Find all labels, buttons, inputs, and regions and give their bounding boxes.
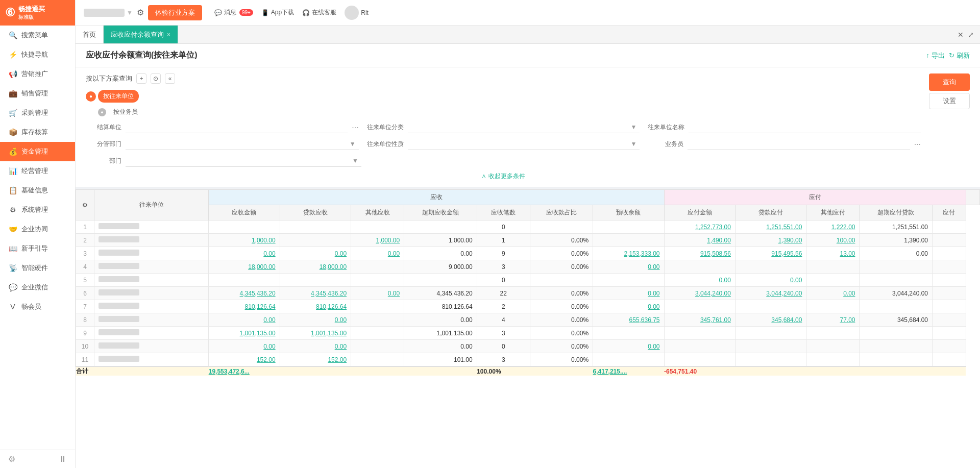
dept2-select[interactable]: ▼ [126,155,361,167]
cell-link[interactable]: 0.00 [335,343,347,350]
header-settings-icon[interactable]: ⚙ [137,8,144,17]
cell-link[interactable]: 0.00 [843,290,855,297]
close-window-btn[interactable]: ✕ [958,31,964,39]
user-avatar[interactable]: Rit [345,6,369,20]
cell-link[interactable]: 4,345,436.20 [240,290,276,297]
sidebar-item-6[interactable]: 💰资金管理 [0,142,75,161]
cell-link[interactable]: 1,000.00 [376,237,400,244]
cell-link[interactable]: 0.00 [335,250,347,257]
sidebar-item-14[interactable]: V畅会员 [0,297,75,316]
cell-link[interactable]: 655,636.75 [629,316,659,324]
row-ap-last [933,234,966,247]
app-download-btn[interactable]: 📱 App下载 [261,8,294,17]
cell-link[interactable]: 0.00 [335,316,347,324]
dept-select[interactable]: ▼ [126,138,359,150]
cell-link[interactable]: 915,495.56 [771,250,802,257]
cell-link[interactable]: 3,044,240.00 [695,290,731,297]
cell-link[interactable]: 13.00 [840,250,855,257]
row-ap-overdue: 1,390.00 [860,234,933,247]
sidebar-item-8[interactable]: 📋基础信息 [0,181,75,200]
category-select[interactable]: ▼ [408,121,640,133]
cell-link[interactable]: 0.00 [648,290,659,297]
cell-link[interactable]: 1,490.00 [707,237,731,244]
sidebar-item-9[interactable]: ⚙系统管理 [0,200,75,219]
collapse-bar[interactable]: ∧ 收起更多条件 [86,172,921,181]
row-ar-overdue: 810,126.64 [404,300,477,313]
cell-link[interactable]: 0.00 [263,316,275,324]
row-ar-other [351,260,404,274]
jiesuan-input[interactable] [126,121,348,133]
option-by-salesperson[interactable]: 按业务员 [108,106,143,118]
sidebar-item-4[interactable]: 🛒采购管理 [0,103,75,122]
tab-ar-query[interactable]: 应收应付余额查询 × [104,26,178,43]
cell-link[interactable]: 18,000.00 [320,263,347,270]
sidebar-item-0[interactable]: 🔍搜索菜单 [0,26,75,45]
expand-window-btn[interactable]: ⤢ [968,31,974,39]
row-ar-advance [593,327,664,340]
sidebar-icon-14: V [8,303,17,311]
cell-link[interactable]: 810,126.64 [245,303,276,310]
footer-ar-amount[interactable]: 19,553,472,6... [209,366,280,376]
sidebar-item-1[interactable]: ⚡快捷导航 [0,45,75,64]
cell-link[interactable]: 77.00 [840,316,855,324]
cell-link[interactable]: 1,222.00 [831,224,855,231]
nature-select[interactable]: ▼ [408,138,640,150]
partner-name-input[interactable] [689,121,921,133]
cell-link[interactable]: 4,345,436.20 [311,290,347,297]
cell-link[interactable]: 0.00 [648,303,659,310]
collapse-icon[interactable]: ⏸ [59,455,67,464]
cell-link[interactable]: 0.00 [388,250,400,257]
message-btn[interactable]: 💬 消息 99+ [214,8,253,17]
sidebar-item-13[interactable]: 💬企业微信 [0,278,75,297]
tab-home[interactable]: 首页 [76,26,104,43]
sidebar-item-12[interactable]: 📡智能硬件 [0,258,75,278]
cell-link[interactable]: 18,000.00 [248,263,275,270]
cell-link[interactable]: 810,126.64 [316,303,347,310]
cell-link[interactable]: 0.00 [263,343,275,350]
sidebar-item-7[interactable]: 📊经营管理 [0,161,75,181]
cell-link[interactable]: 1,001,135.00 [240,330,276,337]
cell-link[interactable]: 0.00 [263,250,275,257]
sidebar-item-3[interactable]: 💼销售管理 [0,84,75,103]
edit-scheme-btn[interactable]: ⊙ [151,73,161,84]
prev-scheme-btn[interactable]: « [165,73,175,84]
sidebar-item-2[interactable]: 📢营销推广 [0,64,75,84]
add-scheme-btn[interactable]: + [136,73,146,84]
cell-link[interactable]: 1,390.00 [778,237,802,244]
cell-link[interactable]: 345,684.00 [771,316,802,324]
online-service-btn[interactable]: 🎧 在线客服 [302,8,336,17]
sidebar-item-11[interactable]: 📖新手引导 [0,239,75,258]
sidebar-item-5[interactable]: 📦库存核算 [0,122,75,142]
option-by-partner[interactable]: 按往来单位 [98,90,139,103]
cell-link[interactable]: 0.00 [719,277,731,284]
export-btn[interactable]: ↑ 导出 [926,51,945,60]
salesperson-dots[interactable]: ··· [914,140,921,149]
cell-link[interactable]: 2,153,333.00 [624,250,659,257]
industry-btn[interactable]: 体验行业方案 [148,5,202,20]
tab-close-icon[interactable]: × [167,31,170,38]
sidebar-icon-1: ⚡ [8,51,17,59]
sidebar-item-10[interactable]: 🤝企业协同 [0,219,75,239]
cell-link[interactable]: 915,508.56 [700,250,731,257]
query-btn[interactable]: 查询 [929,73,970,91]
cell-link[interactable]: 0.00 [388,290,400,297]
cell-link[interactable]: 1,001,135.00 [311,330,347,337]
cell-link[interactable]: 152.00 [257,356,276,363]
cell-link[interactable]: 152.00 [328,356,347,363]
refresh-btn[interactable]: ↻ 刷新 [949,51,970,60]
settings-bottom-icon[interactable]: ⚙ [8,454,15,464]
table-group-header: ⚙ 往来单位 应收 应付 [76,190,980,205]
set-btn[interactable]: 设置 [929,93,970,109]
jiesuan-dots[interactable]: ··· [352,123,358,132]
salesperson-input[interactable] [688,138,910,150]
cell-link[interactable]: 0.00 [648,343,659,350]
cell-link[interactable]: 345,761.00 [700,316,731,324]
footer-ar-advance[interactable]: 6,417,215.... [593,366,664,376]
cell-link[interactable]: 1,252,773.00 [695,224,731,231]
cell-link[interactable]: 3,044,240.00 [766,290,802,297]
cell-link[interactable]: 0.00 [648,263,659,270]
cell-link[interactable]: 0.00 [790,277,802,284]
cell-link[interactable]: 1,251,551.00 [766,224,802,231]
cell-link[interactable]: 100.00 [837,237,855,244]
cell-link[interactable]: 1,000.00 [252,237,276,244]
